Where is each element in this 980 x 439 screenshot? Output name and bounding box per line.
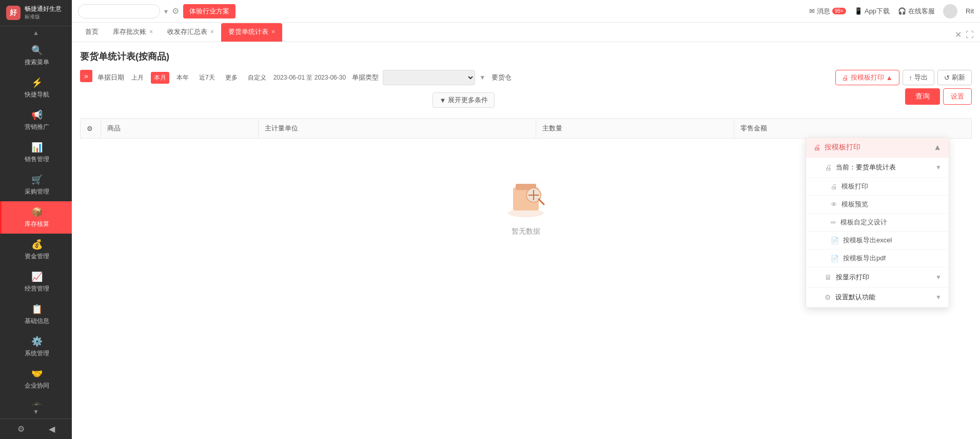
user-name: Rit [966,7,974,15]
type-filter-label: 单据类型 [352,73,379,82]
sidebar-item-collab[interactable]: 🤝 企业协同 [0,363,72,395]
action-buttons: 🖨 按模板打印 ▲ ↑ 导出 ↺ 刷新 [835,70,972,105]
expand-filter-button[interactable]: » [80,70,92,82]
default-settings-icon: ⚙ [825,293,831,301]
topbar-right: ✉ 消息 99+ 📱 App下载 🎧 在线客服 Rit [809,4,974,18]
tab-close-receipt-summary[interactable]: × [210,29,214,35]
sidebar-item-marketing[interactable]: 📢 营销推广 [0,104,72,137]
query-button[interactable]: 查询 [905,88,940,105]
sidebar-item-basic[interactable]: 📋 基础信息 [0,298,72,331]
expand-more-label: 展开更多条件 [448,96,488,105]
sales-icon: 📊 [31,142,43,153]
date-btn-7days[interactable]: 近7天 [196,72,218,84]
settings-footer-icon[interactable]: ⚙ [17,424,25,434]
messages-item[interactable]: ✉ 消息 99+ [809,7,846,16]
guide-icon: 🎓 [31,400,43,405]
export-button[interactable]: ↑ 导出 [903,70,935,85]
type-filter-select[interactable] [383,70,475,85]
dropdown-default-settings[interactable]: ⚙ 设置默认功能 ▼ [806,288,949,308]
sidebar-scroll-down[interactable]: ▼ [0,405,72,418]
sidebar-item-label: 经营管理 [25,284,49,293]
dropdown-template-design[interactable]: ✏ 模板自定义设计 [806,214,949,232]
display-print-label: 按显示打印 [836,273,869,282]
topbar-search-input[interactable] [78,4,160,18]
sidebar-item-sales[interactable]: 📊 销售管理 [0,137,72,169]
sidebar-item-quick-nav[interactable]: ⚡ 快捷导航 [0,72,72,104]
sidebar-item-system[interactable]: ⚙️ 系统管理 [0,331,72,363]
refresh-button[interactable]: ↺ 刷新 [937,70,972,85]
sidebar-item-guide[interactable]: 🎓 新手引导 [0,395,72,405]
messages-badge: 99+ [832,8,846,14]
tab-home[interactable]: 首页 [78,23,106,42]
table-header-row: ⚙ 商品 主计量单位 主数量 零售金额 [81,119,972,139]
display-print-icon: 🖥 [825,273,832,281]
collapse-icon[interactable]: ◀ [49,424,55,434]
topbar: ▾ ⚙ 体验行业方案 ✉ 消息 99+ 📱 App下载 🎧 在线客服 Rit [72,0,980,23]
template-preview-icon: 👁 [831,201,837,208]
dropdown-close-icon[interactable]: ▲ [933,143,942,152]
expand-more-icon: ▼ [439,97,446,104]
dropdown-title-area: 🖨 按模板打印 [813,143,860,152]
sidebar-item-finance[interactable]: 💰 资金管理 [0,234,72,266]
sidebar: 好 畅捷通好生意 标准版 ▲ 🔍 搜索菜单 ⚡ 快捷导航 📢 营销推广 📊 销售… [0,0,72,439]
avatar[interactable] [943,4,957,18]
dropdown-template-print[interactable]: 🖨 模板打印 [806,178,949,196]
close-window-icon[interactable]: ✕ [955,30,962,40]
refresh-icon: ↺ [944,74,950,82]
dropdown-export-pdf[interactable]: 📄 按模板导出pdf [806,250,949,268]
purchase-icon: 🛒 [31,174,43,185]
dropdown-export-excel[interactable]: 📄 按模板导出excel [806,232,949,250]
inventory-icon: 📦 [31,206,43,218]
tab-order-stats[interactable]: 要货单统计表 × [221,23,282,42]
topbar-chevron-icon[interactable]: ▾ [164,7,168,15]
maximize-icon[interactable]: ⛶ [966,30,974,40]
dropdown-current-label: 当前：要货单统计表 [836,163,896,172]
tab-close-inventory-batch[interactable]: × [149,29,153,35]
tab-inventory-batch[interactable]: 库存批次账 × [106,23,160,42]
export-icon: ↑ [909,74,913,82]
sidebar-item-label: 企业协同 [25,381,49,390]
online-service-label: 在线客服 [908,7,935,16]
dropdown-panel: 🖨 按模板打印 ▲ 🖨 当前：要货单统计表 ▼ 🖨 模板打印 👁 模板预览 [806,137,949,308]
date-btn-this-year[interactable]: 本年 [173,72,192,84]
messages-label: 消息 [817,7,830,16]
dropdown-current-item[interactable]: 🖨 当前：要货单统计表 ▼ [806,158,949,178]
print-button[interactable]: 🖨 按模板打印 ▲ [835,70,899,85]
tab-close-order-stats[interactable]: × [271,29,275,35]
dropdown-template-preview[interactable]: 👁 模板预览 [806,196,949,214]
tab-controls: ✕ ⛶ [955,30,974,42]
app-badge: 标准版 [25,13,62,21]
settings-button[interactable]: 设置 [943,88,972,105]
app-download-icon: 📱 [854,7,863,15]
date-filter-group: 单据日期 上月 本月 本年 近7天 更多 自定义 2023-06-01 至 20… [97,72,346,84]
type-filter-chevron: ▼ [479,74,485,81]
date-range-display: 2023-06-01 至 2023-06-30 [273,73,346,82]
sidebar-item-purchase[interactable]: 🛒 采购管理 [0,169,72,201]
expand-more-button[interactable]: ▼ 展开更多条件 [433,92,495,108]
date-btn-last-month[interactable]: 上月 [128,72,147,84]
trial-button[interactable]: 体验行业方案 [183,4,236,18]
sidebar-scroll-up[interactable]: ▲ [0,26,72,40]
sidebar-item-search[interactable]: 🔍 搜索菜单 [0,40,72,72]
search-icon: 🔍 [31,45,43,56]
gear-icon[interactable]: ⚙ [87,125,93,132]
online-service-item[interactable]: 🎧 在线客服 [898,7,935,16]
date-btn-more[interactable]: 更多 [222,72,241,84]
sidebar-item-operation[interactable]: 📈 经营管理 [0,266,72,298]
sidebar-item-label: 系统管理 [25,349,49,358]
printer-icon: 🖨 [813,143,820,151]
dropdown-display-print[interactable]: 🖥 按显示打印 ▼ [806,268,949,288]
empty-illustration [500,169,552,221]
sidebar-item-inventory[interactable]: 📦 库存核算 [0,201,72,234]
export-pdf-icon: 📄 [831,255,839,262]
date-btn-custom[interactable]: 自定义 [245,72,269,84]
tab-receipt-summary[interactable]: 收发存汇总表 × [160,23,221,42]
query-row: 查询 设置 [905,88,972,105]
app-logo-icon: 好 [6,6,21,20]
app-download-item[interactable]: 📱 App下载 [854,7,890,16]
date-btn-this-month[interactable]: 本月 [151,72,169,84]
th-amount: 零售金额 [734,119,971,139]
topbar-gear-icon[interactable]: ⚙ [172,6,179,16]
receipt-summary-tab-label: 收发存汇总表 [167,27,207,36]
template-preview-label: 模板预览 [841,200,868,209]
